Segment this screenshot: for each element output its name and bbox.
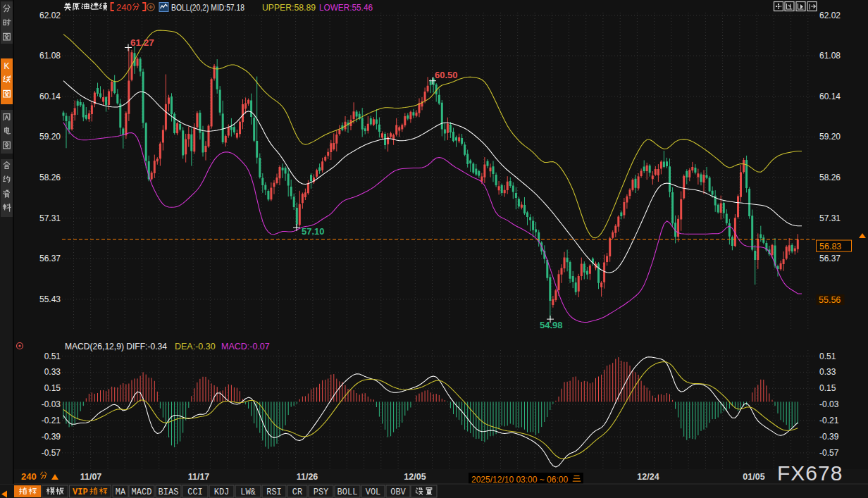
svg-text:11/26: 11/26 [297, 472, 318, 482]
svg-text:11/17: 11/17 [188, 472, 210, 482]
svg-text:-0.21: -0.21 [819, 416, 839, 425]
svg-text:-0.39: -0.39 [819, 432, 839, 442]
svg-text:0.33: 0.33 [44, 367, 61, 377]
svg-text:57.31: 57.31 [819, 213, 841, 223]
svg-text:0.51: 0.51 [819, 351, 836, 361]
svg-text:61.08: 61.08 [819, 51, 841, 61]
svg-text:0.15: 0.15 [819, 383, 836, 393]
svg-text:RSI: RSI [266, 487, 282, 497]
svg-text:DEA:-0.30: DEA:-0.30 [175, 342, 216, 351]
svg-text:BOLL: BOLL [337, 487, 358, 497]
svg-text:VIP: VIP [73, 487, 88, 497]
svg-text:PSY: PSY [314, 487, 329, 497]
svg-text:BIAS: BIAS [159, 487, 179, 497]
svg-text:MACD:-0.07: MACD:-0.07 [221, 342, 270, 351]
svg-text:CCI: CCI [187, 487, 203, 497]
svg-text:12/05: 12/05 [404, 472, 426, 482]
svg-text:0.51: 0.51 [44, 351, 61, 361]
svg-text:59.20: 59.20 [39, 132, 61, 142]
svg-text:60.50: 60.50 [435, 70, 458, 80]
svg-text:61.27: 61.27 [130, 37, 154, 48]
svg-text:61.08: 61.08 [39, 51, 61, 61]
svg-text:240: 240 [21, 471, 37, 482]
svg-text:0.33: 0.33 [819, 367, 836, 377]
svg-text:60.14: 60.14 [819, 92, 841, 101]
svg-text:57.31: 57.31 [39, 213, 61, 223]
svg-text:MACD(26,12,9) DIFF:-0.34: MACD(26,12,9) DIFF:-0.34 [65, 342, 167, 351]
svg-text:58.26: 58.26 [819, 173, 841, 182]
svg-text:12/24: 12/24 [637, 472, 659, 482]
svg-text:60.14: 60.14 [39, 92, 61, 101]
svg-text:LW&: LW& [240, 487, 256, 497]
svg-text:K: K [4, 61, 9, 71]
svg-text:-0.57: -0.57 [819, 448, 839, 458]
svg-text:56.83: 56.83 [819, 242, 841, 251]
svg-text:MACD: MACD [132, 487, 152, 497]
svg-text:KDJ: KDJ [214, 487, 230, 497]
svg-text:56.37: 56.37 [39, 254, 61, 263]
svg-text:54.98: 54.98 [540, 320, 563, 330]
svg-text:CR: CR [292, 487, 302, 497]
svg-text:0.15: 0.15 [44, 383, 61, 393]
svg-text:BOLL(20,2) MID:57.18: BOLL(20,2) MID:57.18 [171, 3, 244, 13]
svg-text:VOL: VOL [366, 487, 381, 497]
svg-text:57.10: 57.10 [302, 226, 325, 237]
svg-text:-0.39: -0.39 [42, 432, 61, 442]
svg-text:-0.57: -0.57 [42, 448, 61, 458]
svg-text:2025/12/10 03:00 ~ 06:00: 2025/12/10 03:00 ~ 06:00 [471, 475, 568, 485]
svg-text:62.02: 62.02 [819, 11, 841, 20]
svg-text:-0.03: -0.03 [819, 399, 839, 409]
svg-text:59.20: 59.20 [819, 132, 841, 142]
svg-text:-0.03: -0.03 [42, 399, 61, 409]
svg-text:OBV: OBV [390, 487, 406, 497]
svg-text:MA: MA [116, 487, 126, 497]
svg-text:240: 240 [116, 2, 132, 13]
svg-text:-0.21: -0.21 [42, 416, 61, 425]
svg-text:FX678: FX678 [777, 461, 843, 485]
svg-text:UPPER:58.89: UPPER:58.89 [262, 3, 316, 13]
svg-text:LOWER:55.46: LOWER:55.46 [319, 3, 373, 13]
svg-text:11/07: 11/07 [80, 472, 102, 482]
svg-text:01/05: 01/05 [743, 472, 764, 482]
svg-text:55.43: 55.43 [39, 294, 61, 304]
svg-text:56.37: 56.37 [819, 254, 841, 263]
svg-text:58.26: 58.26 [39, 173, 61, 182]
svg-text:62.02: 62.02 [39, 11, 61, 20]
svg-text:55.56: 55.56 [819, 295, 841, 305]
